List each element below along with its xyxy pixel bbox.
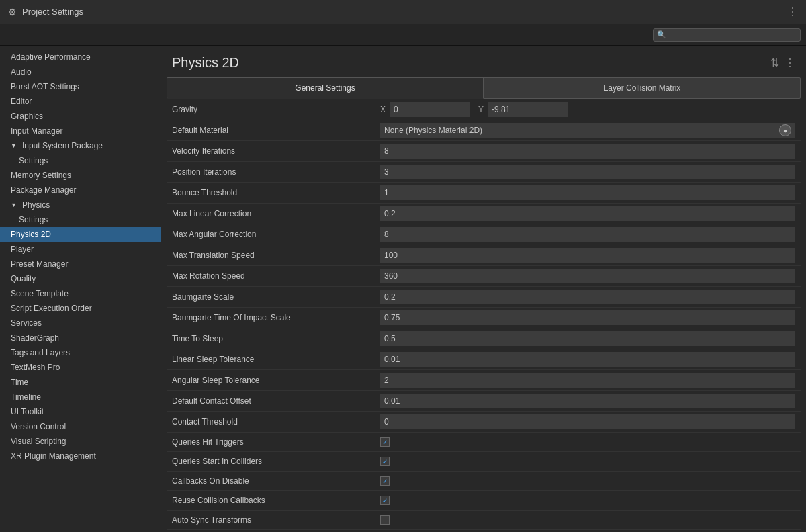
sidebar-item-time[interactable]: Time xyxy=(0,375,161,390)
settings-label-10: Baumgarte Time Of Impact Scale xyxy=(167,308,375,328)
number-input-4[interactable] xyxy=(380,185,795,200)
settings-scroll[interactable]: Gravity X Y Default Material None (Physi… xyxy=(161,99,806,532)
settings-value-2[interactable] xyxy=(375,141,801,162)
sidebar: Adaptive PerformanceAudioBurst AOT Setti… xyxy=(0,46,161,532)
checkbox-cell-18[interactable] xyxy=(380,476,795,486)
settings-value-15[interactable] xyxy=(375,412,801,433)
sidebar-item-xr-plugin[interactable]: XR Plugin Management xyxy=(0,449,161,463)
material-select-btn[interactable]: ● xyxy=(779,124,791,136)
sidebar-item-memory-settings[interactable]: Memory Settings xyxy=(0,168,161,183)
settings-value-5[interactable] xyxy=(375,204,801,224)
number-input-14[interactable] xyxy=(380,394,795,408)
sidebar-item-physics-2d[interactable]: Physics 2D xyxy=(0,227,161,242)
settings-value-10[interactable] xyxy=(375,308,801,328)
search-wrapper: 🔍 xyxy=(653,28,801,42)
gravity-x-input[interactable] xyxy=(390,102,470,117)
number-input-10[interactable] xyxy=(380,310,795,325)
number-input-2[interactable] xyxy=(380,144,795,159)
sidebar-item-burst-aot[interactable]: Burst AOT Settings xyxy=(0,79,161,94)
header-settings-icon[interactable]: ⇅ xyxy=(770,56,779,69)
sidebar-item-script-execution-order[interactable]: Script Execution Order xyxy=(0,301,161,316)
checkbox-17[interactable] xyxy=(380,457,390,466)
sidebar-item-audio[interactable]: Audio xyxy=(0,64,161,79)
settings-value-3[interactable] xyxy=(375,162,801,183)
sidebar-item-input-manager[interactable]: Input Manager xyxy=(0,124,161,138)
sidebar-item-label: Script Execution Order xyxy=(11,304,92,313)
header-menu-icon[interactable]: ⋮ xyxy=(785,56,795,69)
checkbox-cell-16[interactable] xyxy=(380,437,795,447)
checkbox-cell-17[interactable] xyxy=(380,457,795,466)
settings-value-1[interactable]: None (Physics Material 2D) ● xyxy=(375,120,801,141)
sidebar-item-label: Input System Package xyxy=(22,141,103,150)
sidebar-item-preset-manager[interactable]: Preset Manager xyxy=(0,257,161,271)
sidebar-item-ui-toolkit[interactable]: UI Toolkit xyxy=(0,404,161,419)
settings-row-20: Auto Sync Transforms xyxy=(167,511,801,530)
settings-value-19[interactable] xyxy=(375,491,801,511)
settings-value-12[interactable] xyxy=(375,349,801,370)
search-input[interactable] xyxy=(653,28,801,42)
settings-value-16[interactable] xyxy=(375,433,801,452)
tab-layer-collision[interactable]: Layer Collision Matrix xyxy=(484,77,801,99)
sidebar-item-shader-graph[interactable]: ShaderGraph xyxy=(0,330,161,345)
settings-value-8[interactable] xyxy=(375,266,801,287)
sidebar-item-label: Visual Scripting xyxy=(11,437,66,446)
settings-value-7[interactable] xyxy=(375,245,801,266)
checkbox-cell-20[interactable] xyxy=(380,515,795,525)
settings-value-6[interactable] xyxy=(375,224,801,245)
sidebar-item-input-system-package[interactable]: ▼Input System Package xyxy=(0,138,161,153)
checkbox-16[interactable] xyxy=(380,437,390,447)
number-input-8[interactable] xyxy=(380,269,795,283)
sidebar-item-quality[interactable]: Quality xyxy=(0,271,161,286)
sidebar-item-services[interactable]: Services xyxy=(0,316,161,330)
sidebar-item-adaptive-performance[interactable]: Adaptive Performance xyxy=(0,50,161,64)
sidebar-item-player[interactable]: Player xyxy=(0,242,161,257)
settings-value-17[interactable] xyxy=(375,452,801,472)
number-input-6[interactable] xyxy=(380,227,795,242)
checkbox-19[interactable] xyxy=(380,496,390,505)
sidebar-item-timeline[interactable]: Timeline xyxy=(0,390,161,404)
sidebar-item-label: Tags and Layers xyxy=(11,348,70,357)
sidebar-item-input-settings[interactable]: Settings xyxy=(0,153,161,168)
sidebar-item-label: Burst AOT Settings xyxy=(11,82,79,91)
checkbox-cell-19[interactable] xyxy=(380,496,795,505)
number-input-13[interactable] xyxy=(380,373,795,388)
checkbox-18[interactable] xyxy=(380,476,390,486)
number-input-12[interactable] xyxy=(380,352,795,367)
sidebar-item-editor[interactable]: Editor xyxy=(0,94,161,109)
settings-row-6: Max Angular Correction xyxy=(167,224,801,245)
number-input-11[interactable] xyxy=(380,331,795,346)
sidebar-item-visual-scripting[interactable]: Visual Scripting xyxy=(0,434,161,449)
sidebar-item-tags-and-layers[interactable]: Tags and Layers xyxy=(0,345,161,360)
checkbox-20[interactable] xyxy=(380,515,390,525)
settings-value-4[interactable] xyxy=(375,183,801,204)
settings-value-20[interactable] xyxy=(375,511,801,530)
settings-value-18[interactable] xyxy=(375,472,801,491)
settings-value-0[interactable]: X Y xyxy=(375,99,801,120)
settings-label-14: Default Contact Offset xyxy=(167,391,375,412)
title-bar-menu-icon[interactable]: ⋮ xyxy=(787,5,798,18)
settings-value-13[interactable] xyxy=(375,370,801,391)
number-input-15[interactable] xyxy=(380,414,795,429)
settings-value-11[interactable] xyxy=(375,328,801,349)
settings-value-9[interactable] xyxy=(375,287,801,308)
sidebar-item-label: Graphics xyxy=(11,112,43,121)
sidebar-item-scene-template[interactable]: Scene Template xyxy=(0,286,161,301)
sidebar-item-graphics[interactable]: Graphics xyxy=(0,109,161,124)
tab-general[interactable]: General Settings xyxy=(167,77,484,99)
sidebar-item-physics-settings[interactable]: Settings xyxy=(0,212,161,227)
number-input-9[interactable] xyxy=(380,290,795,304)
sidebar-item-package-manager[interactable]: Package Manager xyxy=(0,183,161,197)
settings-value-14[interactable] xyxy=(375,391,801,412)
number-input-3[interactable] xyxy=(380,165,795,179)
header-icons: ⇅ ⋮ xyxy=(770,56,795,69)
sidebar-item-version-control[interactable]: Version Control xyxy=(0,419,161,434)
sidebar-item-textmesh-pro[interactable]: TextMesh Pro xyxy=(0,360,161,375)
number-input-7[interactable] xyxy=(380,248,795,263)
gravity-y-input[interactable] xyxy=(488,102,568,117)
settings-value-21[interactable]: Fixed UpdateUpdateScript▼ xyxy=(375,530,801,533)
sidebar-item-label: Package Manager xyxy=(11,185,76,195)
number-input-5[interactable] xyxy=(380,206,795,221)
settings-label-3: Position Iterations xyxy=(167,162,375,183)
none-material-field[interactable]: None (Physics Material 2D) ● xyxy=(380,123,795,138)
sidebar-item-physics[interactable]: ▼Physics xyxy=(0,197,161,212)
